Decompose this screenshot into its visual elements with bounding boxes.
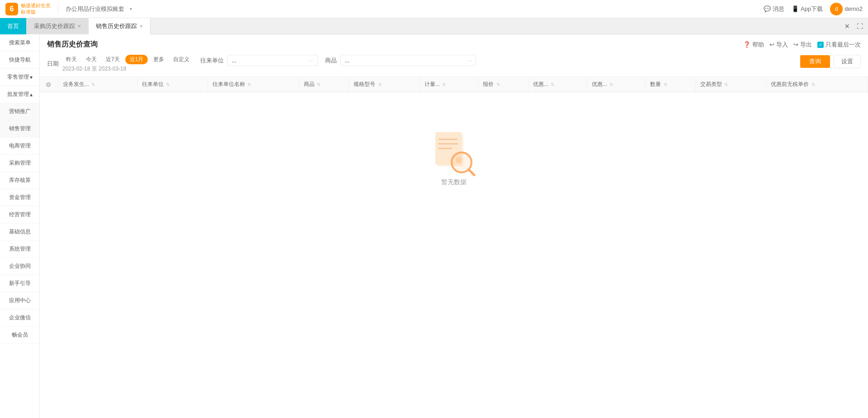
sidebar-item-enterprise-wechat[interactable]: 企业微信 — [0, 309, 39, 327]
sidebar-item-enterprise-collab[interactable]: 企业协同 — [0, 258, 39, 275]
sidebar-item-search-menu[interactable]: 搜索菜单 — [0, 34, 39, 52]
logo-icon: 6 — [5, 3, 18, 15]
col-spec[interactable]: 规格型号 ⇅ — [349, 77, 420, 92]
date-btn-7days[interactable]: 近7天 — [102, 55, 123, 64]
col-quote[interactable]: 报价 ⇅ — [478, 77, 528, 92]
sort-discount2[interactable]: ⇅ — [609, 82, 613, 87]
logo-text: 畅捷通好生意 标准版 — [21, 3, 51, 14]
col-product[interactable]: 商品 ⇅ — [299, 77, 349, 92]
table-wrapper: ⚙ 业务发生... ⇅ 往来单位 ⇅ 往来单位名称 ⇅ — [40, 77, 868, 418]
sort-quote[interactable]: ⇅ — [496, 82, 500, 87]
date-btn-1month[interactable]: 近1月 — [125, 55, 148, 64]
sidebar-item-wholesale-mgmt[interactable]: 批发管理 ▴ — [0, 86, 39, 103]
sidebar-item-inventory-check[interactable]: 库存核算 — [0, 172, 39, 189]
avatar: d — [830, 3, 843, 15]
message-btn[interactable]: 💬 消息 — [764, 5, 784, 13]
logo-area: 6 畅捷通好生意 标准版 — [5, 3, 51, 15]
col-trade-type[interactable]: 交易类型 ⇅ — [696, 77, 766, 92]
sidebar-item-system-mgmt[interactable]: 系统管理 — [0, 241, 39, 258]
data-table: ⚙ 业务发生... ⇅ 往来单位 ⇅ 往来单位名称 ⇅ — [40, 77, 868, 223]
partner-filter-group: 往来单位 ... ··· — [200, 55, 318, 66]
sidebar-item-finance-mgmt[interactable]: 资金管理 — [0, 189, 39, 206]
date-btn-yesterday[interactable]: 昨天 — [62, 55, 80, 64]
only-last-checkbox[interactable] — [817, 42, 824, 48]
col-unit[interactable]: 计量... ⇅ — [420, 77, 478, 92]
sort-spec[interactable]: ⇅ — [378, 82, 382, 87]
date-btn-custom[interactable]: 自定义 — [170, 55, 193, 64]
empty-text: 暂无数据 — [441, 178, 467, 186]
product-filter-group: 商品 ... ··· — [325, 55, 476, 66]
query-button[interactable]: 查询 — [800, 55, 830, 68]
sort-unit[interactable]: ⇅ — [442, 82, 446, 87]
sort-quantity[interactable]: ⇅ — [664, 82, 667, 87]
sidebar-item-sales-mgmt[interactable]: 销售管理 — [0, 120, 39, 138]
help-btn[interactable]: ❓ 帮助 — [743, 41, 764, 49]
sidebar-item-basic-info[interactable]: 基础信息 — [0, 223, 39, 241]
top-bar-left: 6 畅捷通好生意 标准版 办公用品行业模拟账套 ▾ — [5, 3, 132, 15]
col-partner-name[interactable]: 往来单位名称 ⇅ — [208, 77, 299, 92]
date-btn-today[interactable]: 今天 — [82, 55, 100, 64]
col-discount1[interactable]: 优惠... ⇅ — [528, 77, 587, 92]
export-icon: ↪ — [793, 41, 798, 48]
sidebar-item-marketing[interactable]: 营销推广 — [0, 103, 39, 120]
col-quantity[interactable]: 数量 ⇅ — [646, 77, 696, 92]
product-input[interactable]: ... ··· — [340, 55, 476, 66]
main-layout: 搜索菜单 快捷导航 零售管理 ▾ 批发管理 ▴ 营销推广 销售管理 电商管理 采… — [0, 34, 868, 418]
download-icon: 📱 — [792, 5, 799, 12]
page-title-row: 销售历史价查询 ❓ 帮助 ↩ 导入 ↪ 导出 — [47, 40, 861, 49]
filter-actions: 查询 设置 — [800, 55, 861, 68]
tab-sales-close[interactable]: × — [140, 23, 143, 29]
table-header-row: ⚙ 业务发生... ⇅ 往来单位 ⇅ 往来单位名称 ⇅ — [40, 77, 868, 92]
close-all-btn[interactable]: ✕ — [843, 22, 852, 31]
settings-button[interactable]: 设置 — [834, 55, 861, 68]
maximize-btn[interactable]: ⛶ — [855, 22, 864, 31]
svg-point-7 — [456, 157, 462, 163]
col-partner-code[interactable]: 往来单位 ⇅ — [137, 77, 208, 92]
sort-partner-name[interactable]: ⇅ — [247, 82, 251, 87]
date-filter-col: 昨天 今天 近7天 近1月 更多 自定义 2023-02-18 至 2023-0… — [62, 55, 193, 73]
sidebar-item-retail-mgmt[interactable]: 零售管理 ▾ — [0, 69, 39, 86]
sidebar-item-purchase-mgmt[interactable]: 采购管理 — [0, 155, 39, 172]
col-discount2[interactable]: 优惠... ⇅ — [587, 77, 646, 92]
sidebar-item-member-club[interactable]: 畅会员 — [0, 327, 39, 344]
date-btn-more[interactable]: 更多 — [150, 55, 168, 64]
header-actions: ❓ 帮助 ↩ 导入 ↪ 导出 只看最后一次 — [743, 41, 861, 49]
sidebar-item-ecom-mgmt[interactable]: 电商管理 — [0, 138, 39, 155]
sort-product[interactable]: ⇅ — [317, 82, 321, 87]
user-menu[interactable]: d demo2 — [830, 3, 863, 15]
tab-purchase-close[interactable]: × — [78, 23, 81, 29]
help-icon: ❓ — [743, 41, 750, 48]
col-pre-tax-price[interactable]: 优惠前无税单价 ⇅ — [766, 77, 868, 92]
partner-input-dots: ··· — [309, 57, 314, 64]
import-btn[interactable]: ↩ 导入 — [769, 41, 788, 49]
app-title-dropdown[interactable]: ▾ — [130, 6, 132, 11]
tab-purchase-label: 采购历史价跟踪 — [34, 22, 75, 30]
sidebar-item-newbie-guide[interactable]: 新手引导 — [0, 275, 39, 292]
date-filter-group: 日期 昨天 今天 近7天 近1月 更多 自定义 2023-02-18 至 202… — [47, 55, 193, 73]
sort-partner-code[interactable]: ⇅ — [166, 82, 170, 87]
table-body: 暂无数据 — [40, 92, 868, 223]
import-icon: ↩ — [769, 41, 774, 48]
sort-pre-tax-price[interactable]: ⇅ — [811, 82, 815, 87]
partner-input-text: ... — [231, 57, 236, 64]
top-bar-right: 💬 消息 📱 App下载 d demo2 — [764, 3, 863, 15]
sidebar-item-quick-nav[interactable]: 快捷导航 — [0, 52, 39, 69]
app-title: 办公用品行业模拟账套 — [66, 5, 124, 13]
sort-biz-date[interactable]: ⇅ — [91, 82, 95, 87]
tab-sales-history[interactable]: 销售历史价跟踪 × — [89, 18, 151, 34]
tab-purchase-history[interactable]: 采购历史价跟踪 × — [27, 18, 89, 34]
settings-icon[interactable]: ⚙ — [46, 81, 52, 88]
date-label: 日期 — [47, 60, 59, 68]
app-download-btn[interactable]: 📱 App下载 — [792, 5, 823, 13]
col-biz-date[interactable]: 业务发生... ⇅ — [58, 77, 137, 92]
product-input-dots: ··· — [467, 57, 472, 64]
content-area: 销售历史价查询 ❓ 帮助 ↩ 导入 ↪ 导出 — [40, 34, 868, 418]
sort-discount1[interactable]: ⇅ — [551, 82, 554, 87]
partner-input[interactable]: ... ··· — [227, 55, 318, 66]
sidebar-item-app-center[interactable]: 应用中心 — [0, 292, 39, 309]
col-settings[interactable]: ⚙ — [40, 77, 58, 92]
sidebar-item-operations-mgmt[interactable]: 经营管理 — [0, 206, 39, 223]
sort-trade-type[interactable]: ⇅ — [724, 82, 728, 87]
export-btn[interactable]: ↪ 导出 — [793, 41, 812, 49]
tab-home[interactable]: 首页 — [0, 18, 27, 34]
